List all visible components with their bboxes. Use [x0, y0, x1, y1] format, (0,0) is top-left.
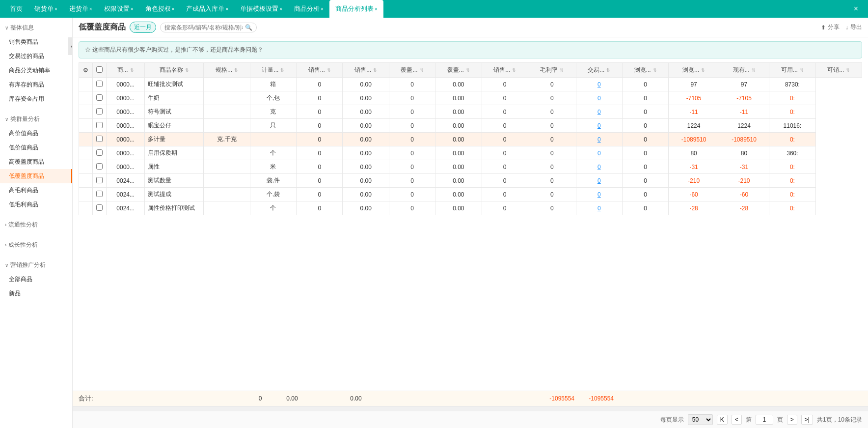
select-all-checkbox[interactable] — [96, 66, 103, 73]
sidebar-item-new-goods[interactable]: 新品 — [0, 286, 72, 301]
row-check[interactable] — [93, 78, 107, 91]
sort-icon-s5[interactable]: ⇅ — [512, 68, 516, 73]
sidebar-item-traded-goods[interactable]: 交易过的商品 — [0, 49, 72, 63]
row-checkbox[interactable] — [96, 177, 103, 183]
sidebar-collapse-button[interactable]: « — [68, 37, 73, 55]
last-page-button[interactable]: >| — [801, 415, 813, 425]
sidebar-item-high-margin[interactable]: 高毛利商品 — [0, 183, 72, 198]
nav-sales-order[interactable]: 销货单 × — [28, 0, 63, 18]
sidebar-item-category-rate[interactable]: 商品分类动销率 — [0, 63, 72, 78]
nav-close-sales[interactable]: × — [54, 6, 57, 12]
sort-icon-trade[interactable]: ⇅ — [606, 68, 610, 73]
nav-close-analysis[interactable]: × — [321, 6, 324, 12]
search-icon[interactable]: 🔍 — [245, 24, 252, 31]
row-checkbox[interactable] — [96, 108, 103, 114]
horizontal-scrollbar[interactable] — [73, 406, 868, 411]
sort-icon-spec[interactable]: ⇅ — [234, 68, 238, 73]
nav-close-role[interactable]: × — [172, 6, 175, 12]
col-header-s1[interactable]: 销售...⇅ — [297, 63, 343, 78]
sort-icon-name[interactable]: ⇅ — [185, 68, 189, 73]
prev-page-button[interactable]: < — [732, 415, 742, 425]
sort-icon-current[interactable]: ⇅ — [752, 68, 756, 73]
sidebar-section-title-overall[interactable]: ∨ 整体信息 — [0, 21, 72, 35]
row-s7[interactable]: 0 — [576, 146, 622, 160]
sidebar-section-title-growth[interactable]: › 成长性分析 — [0, 238, 72, 252]
col-header-coverage1[interactable]: 覆盖...⇅ — [389, 63, 435, 78]
nav-close-permissions[interactable]: × — [131, 6, 134, 12]
export-button[interactable]: ↓ 导出 — [845, 23, 862, 31]
row-checkbox[interactable] — [96, 204, 103, 211]
nav-close-template[interactable]: × — [279, 6, 282, 12]
sidebar-item-all-goods[interactable]: 全部商品 — [0, 272, 72, 286]
sidebar-item-low-margin[interactable]: 低毛利商品 — [0, 198, 72, 212]
nav-purchase-order[interactable]: 进货单 × — [63, 0, 98, 18]
sort-icon-sellable[interactable]: ⇅ — [846, 68, 850, 73]
row-check[interactable] — [93, 146, 107, 160]
sidebar-item-high-value[interactable]: 高价值商品 — [0, 126, 72, 141]
row-check[interactable] — [93, 174, 107, 188]
row-checkbox[interactable] — [96, 81, 103, 87]
nav-product-warehouse[interactable]: 产成品入库单 × — [180, 0, 234, 18]
nav-home[interactable]: 首页 — [4, 0, 28, 18]
current-page-input[interactable] — [756, 415, 773, 425]
col-header-current[interactable]: 现有...⇅ — [719, 63, 769, 78]
sidebar-section-title-marketing[interactable]: ∨ 营销推广分析 — [0, 258, 72, 272]
next-page-button[interactable]: > — [787, 415, 797, 425]
col-header-sellable[interactable]: 可销...⇅ — [815, 63, 862, 78]
row-s7[interactable]: 0 — [576, 105, 622, 119]
row-check[interactable] — [93, 133, 107, 146]
row-check[interactable] — [93, 105, 107, 119]
nav-template-settings[interactable]: 单据模板设置 × — [234, 0, 288, 18]
sort-icon-unit[interactable]: ⇅ — [280, 68, 284, 73]
col-header-available[interactable]: 可用...⇅ — [769, 63, 815, 78]
row-check[interactable] — [93, 119, 107, 133]
row-s7[interactable]: 0 — [576, 133, 622, 146]
row-s7[interactable]: 0 — [576, 91, 622, 105]
nav-close-warehouse[interactable]: × — [225, 6, 228, 12]
col-header-s5[interactable]: 销售...⇅ — [482, 63, 528, 78]
nav-close-purchase[interactable]: × — [89, 6, 92, 12]
col-header-margin[interactable]: 毛利率⇅ — [528, 63, 576, 78]
sort-icon-margin[interactable]: ⇅ — [560, 68, 564, 73]
per-page-select[interactable]: 50 20 100 200 — [688, 414, 713, 425]
nav-role-auth[interactable]: 角色授权 × — [139, 0, 181, 18]
col-header-coverage2[interactable]: 覆盖...⇅ — [435, 63, 482, 78]
row-s7[interactable]: 0 — [576, 78, 622, 91]
sort-icon-s2[interactable]: ⇅ — [373, 68, 377, 73]
row-s7[interactable]: 0 — [576, 201, 622, 215]
row-checkbox[interactable] — [96, 149, 103, 156]
row-checkbox[interactable] — [96, 191, 103, 197]
sort-icon-s1[interactable]: ⇅ — [327, 68, 331, 73]
sidebar-item-high-coverage[interactable]: 高覆盖度商品 — [0, 155, 72, 169]
row-checkbox[interactable] — [96, 136, 103, 142]
row-check[interactable] — [93, 160, 107, 174]
col-header-s2[interactable]: 销售...⇅ — [343, 63, 389, 78]
time-filter-button[interactable]: 近一月 — [130, 22, 156, 33]
row-checkbox[interactable] — [96, 163, 103, 170]
sort-icon-available[interactable]: ⇅ — [800, 68, 804, 73]
sidebar-item-capital[interactable]: 库存资金占用 — [0, 92, 72, 106]
row-check[interactable] — [93, 201, 107, 215]
row-checkbox[interactable] — [96, 122, 103, 128]
window-close-button[interactable]: × — [848, 4, 864, 13]
sort-icon-code[interactable]: ⇅ — [130, 68, 134, 73]
nav-analysis-list[interactable]: 商品分析列表 × — [329, 0, 383, 18]
sort-icon-browse1[interactable]: ⇅ — [653, 68, 657, 73]
row-s7[interactable]: 0 — [576, 160, 622, 174]
nav-product-analysis[interactable]: 商品分析 × — [288, 0, 329, 18]
sort-icon-browse2[interactable]: ⇅ — [701, 68, 705, 73]
row-checkbox[interactable] — [96, 94, 103, 101]
col-header-spec[interactable]: 规格...⇅ — [204, 63, 250, 78]
row-check[interactable] — [93, 188, 107, 201]
sort-icon-cov2[interactable]: ⇅ — [466, 68, 470, 73]
col-header-settings[interactable]: ⚙ — [79, 63, 93, 78]
sidebar-item-low-coverage[interactable]: 低覆盖度商品 — [0, 169, 72, 183]
search-input[interactable] — [164, 24, 243, 31]
nav-close-analysis-list[interactable]: × — [375, 6, 378, 12]
sidebar-section-title-cluster[interactable]: ∨ 类群量分析 — [0, 112, 72, 126]
row-check[interactable] — [93, 91, 107, 105]
sidebar-section-title-circulation[interactable]: › 流通性分析 — [0, 218, 72, 232]
col-header-trade[interactable]: 交易...⇅ — [576, 63, 622, 78]
first-page-button[interactable]: K — [717, 415, 728, 425]
col-header-unit[interactable]: 计量...⇅ — [250, 63, 296, 78]
